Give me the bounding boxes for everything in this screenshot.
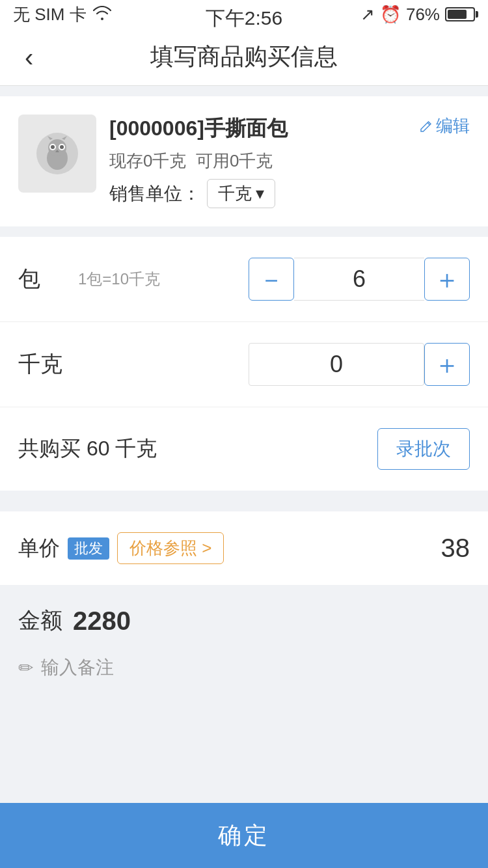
unit-value: 千克 bbox=[218, 182, 252, 205]
product-image bbox=[18, 115, 96, 193]
price-value: 38 bbox=[441, 534, 470, 563]
product-unit-row: 销售单位： 千克 ▾ bbox=[109, 179, 470, 208]
status-bar-time: 下午2:56 bbox=[206, 5, 282, 32]
product-name: [0000006]手撕面包 bbox=[109, 115, 419, 143]
svg-point-5 bbox=[51, 145, 55, 149]
product-info: [0000006]手撕面包 编辑 现存0千克 可用0千克 销售单位： 千克 ▾ bbox=[109, 115, 470, 208]
price-section: 单价 批发 价格参照 > 38 bbox=[0, 511, 488, 585]
bao-quantity-input[interactable] bbox=[294, 258, 424, 301]
kg-plus-button[interactable]: ＋ bbox=[424, 343, 470, 386]
battery-icon bbox=[445, 7, 475, 21]
product-stock: 现存0千克 可用0千克 bbox=[109, 150, 470, 172]
quantity-section: 包 1包=10千克 － ＋ 千克 ＋ 共购买 60 千克 录批次 bbox=[0, 237, 488, 491]
amount-value: 2280 bbox=[73, 606, 131, 636]
price-badge: 批发 bbox=[68, 537, 109, 560]
unit-label: 销售单位： bbox=[109, 182, 200, 206]
kg-quantity-input[interactable] bbox=[249, 343, 424, 386]
svg-point-6 bbox=[60, 145, 64, 149]
status-bar: 无 SIM 卡 下午2:56 ↗ ⏰ 76% bbox=[0, 0, 488, 29]
pencil-icon: ✏ bbox=[18, 657, 33, 679]
bao-plus-button[interactable]: ＋ bbox=[424, 258, 470, 301]
status-bar-right: ↗ ⏰ 76% bbox=[360, 5, 475, 25]
dropdown-arrow-icon: ▾ bbox=[256, 183, 264, 204]
kg-label: 千克 bbox=[18, 349, 70, 379]
section-divider-2 bbox=[0, 491, 488, 501]
status-bar-left: 无 SIM 卡 bbox=[13, 3, 111, 26]
total-label: 共购买 60 千克 bbox=[18, 435, 157, 463]
price-ref-label: 价格参照 > bbox=[129, 537, 211, 560]
amount-section: 金额 2280 ✏ 输入备注 bbox=[0, 585, 488, 699]
price-label: 单价 批发 价格参照 > bbox=[18, 532, 224, 564]
kg-row: 千克 ＋ bbox=[0, 322, 488, 407]
confirm-button[interactable]: 确定 bbox=[0, 803, 488, 868]
remark-placeholder: 输入备注 bbox=[41, 655, 114, 680]
product-card: [0000006]手撕面包 编辑 现存0千克 可用0千克 销售单位： 千克 ▾ bbox=[0, 96, 488, 226]
unit-dropdown[interactable]: 千克 ▾ bbox=[207, 179, 275, 208]
bao-minus-button[interactable]: － bbox=[249, 258, 294, 301]
batch-button[interactable]: 录批次 bbox=[377, 428, 470, 470]
bao-sublabel: 1包=10千克 bbox=[78, 269, 160, 290]
amount-row: 金额 2280 bbox=[18, 606, 470, 636]
page-title: 填写商品购买信息 bbox=[150, 41, 338, 73]
edit-button[interactable]: 编辑 bbox=[419, 115, 470, 137]
remark-row[interactable]: ✏ 输入备注 bbox=[18, 649, 470, 686]
location-icon: ↗ bbox=[360, 5, 375, 25]
bao-label: 包 bbox=[18, 264, 70, 294]
total-row: 共购买 60 千克 录批次 bbox=[0, 407, 488, 491]
battery-percent: 76% bbox=[406, 5, 440, 25]
kg-controls: ＋ bbox=[249, 343, 470, 386]
bao-controls: － ＋ bbox=[249, 258, 470, 301]
price-label-text: 单价 bbox=[18, 534, 60, 563]
alarm-icon: ⏰ bbox=[380, 5, 401, 25]
wifi-icon bbox=[93, 5, 111, 25]
amount-label: 金额 bbox=[18, 606, 62, 636]
bao-row: 包 1包=10千克 － ＋ bbox=[0, 237, 488, 322]
edit-label: 编辑 bbox=[436, 115, 470, 137]
back-button[interactable]: ‹ bbox=[18, 38, 40, 77]
nav-bar: ‹ 填写商品购买信息 bbox=[0, 29, 488, 86]
carrier-label: 无 SIM 卡 bbox=[13, 3, 87, 26]
price-reference-button[interactable]: 价格参照 > bbox=[117, 532, 224, 564]
section-divider-1 bbox=[0, 226, 488, 237]
price-row: 单价 批发 价格参照 > 38 bbox=[18, 532, 470, 564]
